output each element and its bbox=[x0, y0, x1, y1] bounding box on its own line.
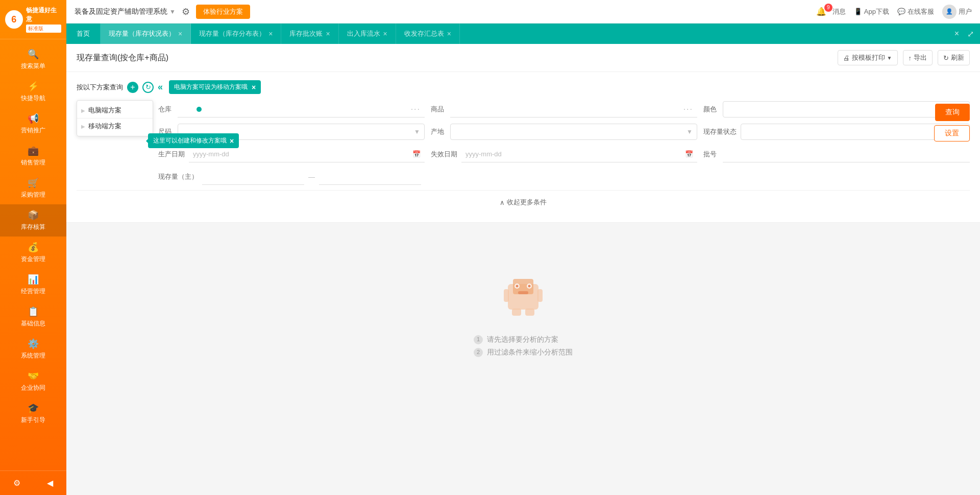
step-2-num: 2 bbox=[474, 348, 483, 357]
export-icon: ↑ bbox=[909, 54, 912, 62]
base-icon: 📋 bbox=[28, 306, 39, 317]
origin-select[interactable]: ▼ bbox=[450, 124, 697, 140]
app-download-btn[interactable]: 📱 App下载 bbox=[854, 7, 889, 16]
tab-close-icon[interactable]: × bbox=[383, 30, 387, 37]
scheme-tooltip-text: 电脑方案可设为移动方案哦 bbox=[174, 83, 248, 91]
inventory-qty-to[interactable] bbox=[319, 169, 421, 185]
search-btn[interactable]: 查询 bbox=[935, 104, 970, 121]
sidebar-item-finance[interactable]: 💰 资金管理 bbox=[0, 237, 66, 269]
chevron-down-icon: ▼ bbox=[169, 8, 176, 15]
tab-batch-account[interactable]: 库存批次账 × bbox=[281, 23, 338, 44]
online-service-label: 在线客服 bbox=[908, 7, 934, 16]
online-service-btn[interactable]: 💬 在线客服 bbox=[897, 7, 934, 16]
collapse-btn[interactable]: ∧ 收起更多条件 bbox=[77, 194, 970, 211]
filter-row-1: 仓库 ··· 商品 ··· 颜色 bbox=[158, 101, 970, 117]
sidebar-item-enterprise[interactable]: 🤝 企业协同 bbox=[0, 365, 66, 397]
user-avatar-btn[interactable]: 👤 用户 bbox=[942, 5, 972, 19]
inventory-qty-from[interactable] bbox=[202, 169, 304, 185]
tab-close-icon[interactable]: × bbox=[268, 30, 273, 37]
collapse-sidebar-btn[interactable]: ◀ bbox=[45, 476, 55, 490]
sidebar-item-inventory[interactable]: 📦 库存核算 bbox=[0, 204, 66, 237]
industry-btn[interactable]: 体验行业方案 bbox=[196, 5, 250, 19]
tab-collect-summary[interactable]: 收发存汇总表 × bbox=[396, 23, 460, 44]
edit-tooltip-close[interactable]: × bbox=[230, 137, 234, 145]
notification-btn[interactable]: 🔔 9 9 消息 bbox=[816, 7, 846, 16]
goods-label: 商品 bbox=[431, 105, 446, 114]
sidebar-item-label: 企业协同 bbox=[21, 384, 45, 392]
sidebar-item-sales[interactable]: 💼 销售管理 bbox=[0, 140, 66, 172]
refresh-btn[interactable]: ↻ 刷新 bbox=[938, 50, 970, 65]
header-settings-icon[interactable]: ⚙ bbox=[182, 6, 190, 17]
print-btn[interactable]: 🖨 按模板打印 ▼ bbox=[838, 50, 898, 65]
color-select[interactable]: ▼ bbox=[723, 101, 970, 117]
finance-icon: 💰 bbox=[28, 242, 39, 253]
warehouse-label: 仓库 bbox=[158, 105, 174, 114]
sidebar-item-quick[interactable]: ⚡ 快捷导航 bbox=[0, 76, 66, 108]
tab-in-out-flow[interactable]: 出入库流水 × bbox=[339, 23, 396, 44]
svg-rect-9 bbox=[512, 309, 521, 316]
tab-close-icon[interactable]: × bbox=[447, 30, 451, 37]
scheme-item-mobile[interactable]: ▶ 移动端方案 bbox=[77, 120, 153, 133]
scheme-item-pc[interactable]: ▶ 电脑端方案 bbox=[77, 104, 153, 117]
production-date-label: 生产日期 bbox=[158, 150, 185, 159]
goods-input[interactable]: ··· bbox=[450, 101, 697, 117]
export-btn[interactable]: ↑ 导出 bbox=[903, 50, 933, 65]
sidebar-item-operations[interactable]: 📊 经营管理 bbox=[0, 269, 66, 301]
avatar: 👤 bbox=[942, 5, 957, 19]
expire-date-placeholder: yyyy-mm-dd bbox=[465, 150, 502, 158]
tab-home[interactable]: 首页 bbox=[66, 23, 101, 44]
svg-point-5 bbox=[528, 285, 531, 288]
production-date-input[interactable]: yyyy-mm-dd 📅 bbox=[189, 146, 425, 162]
filter-header: 按以下方案查询 + ↻ « 电脑方案可设为移动方案哦 × bbox=[77, 80, 970, 94]
sidebar-logo: 6 畅捷通好生意 标准版 bbox=[0, 0, 66, 39]
tab-expand-btn[interactable]: ⤢ bbox=[965, 29, 976, 39]
sidebar-item-system[interactable]: ⚙️ 系统管理 bbox=[0, 333, 66, 365]
color-label: 颜色 bbox=[703, 105, 719, 114]
page-title: 现存量查询(按仓库+商品) bbox=[77, 53, 168, 63]
scheme-tooltip-close[interactable]: × bbox=[252, 83, 256, 91]
collapse-label: 收起更多条件 bbox=[507, 198, 547, 207]
tab-close-icon[interactable]: × bbox=[178, 30, 182, 37]
export-label: 导出 bbox=[914, 53, 927, 62]
settings-btn[interactable]: ⚙ bbox=[11, 476, 22, 490]
refresh-label: 刷新 bbox=[951, 53, 964, 62]
tab-inventory-dist[interactable]: 现存量（库存分布表） × bbox=[191, 23, 281, 44]
sidebar-item-purchase[interactable]: 🛒 采购管理 bbox=[0, 172, 66, 204]
sidebar-item-base[interactable]: 📋 基础信息 bbox=[0, 301, 66, 333]
filter-goods: 商品 ··· bbox=[431, 101, 697, 117]
sidebar-item-label: 销售管理 bbox=[21, 158, 45, 167]
chevron-down-icon: ▼ bbox=[887, 55, 892, 61]
avatar-icon: 👤 bbox=[946, 8, 953, 15]
scheme-tooltip-wrapper: 电脑方案可设为移动方案哦 × bbox=[169, 80, 261, 94]
reset-btn[interactable]: 设置 bbox=[934, 125, 970, 142]
chevron-up-icon: ∧ bbox=[500, 199, 505, 206]
svg-rect-8 bbox=[537, 289, 543, 302]
logo-text: 畅捷通好生意 标准版 bbox=[26, 6, 61, 33]
printer-icon: 🖨 bbox=[843, 54, 850, 62]
expire-date-input[interactable]: yyyy-mm-dd 📅 bbox=[461, 146, 697, 162]
tab-close-all-btn[interactable]: × bbox=[952, 29, 961, 38]
top-header: 装备及固定资产辅助管理系统 ▼ ⚙ 体验行业方案 🔔 9 9 消息 📱 App下… bbox=[66, 0, 980, 23]
svg-rect-7 bbox=[504, 289, 509, 302]
warehouse-input[interactable]: ··· bbox=[178, 101, 425, 117]
sidebar-item-label: 快捷导航 bbox=[21, 94, 45, 103]
sidebar-item-marketing[interactable]: 📢 营销推广 bbox=[0, 108, 66, 140]
empty-step-1: 1 请先选择要分析的方案 bbox=[474, 333, 573, 346]
tab-inventory-status[interactable]: 现存量（库存状况表） × bbox=[101, 23, 191, 44]
tab-close-icon[interactable]: × bbox=[326, 30, 330, 37]
page-header: 现存量查询(按仓库+商品) 🖨 按模板打印 ▼ ↑ 导出 ↻ 刷新 bbox=[66, 44, 980, 72]
scheme-mobile-label: 移动端方案 bbox=[88, 122, 121, 131]
filter-label: 按以下方案查询 bbox=[77, 83, 123, 92]
logo-badge: 标准版 bbox=[26, 25, 61, 33]
filter-production-date: 生产日期 yyyy-mm-dd 📅 bbox=[158, 146, 425, 162]
sidebar-item-search[interactable]: 🔍 搜索菜单 bbox=[0, 43, 66, 76]
system-selector[interactable]: 装备及固定资产辅助管理系统 ▼ bbox=[75, 7, 176, 16]
chevron-right-icon: ▶ bbox=[81, 108, 85, 113]
filter-refresh-btn[interactable]: ↻ bbox=[142, 82, 154, 93]
enterprise-icon: 🤝 bbox=[28, 370, 39, 382]
filter-back-btn[interactable]: « bbox=[158, 82, 163, 92]
filter-add-btn[interactable]: + bbox=[127, 82, 138, 93]
sidebar-item-guide[interactable]: 🎓 新手引导 bbox=[0, 397, 66, 430]
batch-no-input[interactable] bbox=[723, 146, 970, 162]
sidebar-item-label: 系统管理 bbox=[21, 351, 45, 360]
